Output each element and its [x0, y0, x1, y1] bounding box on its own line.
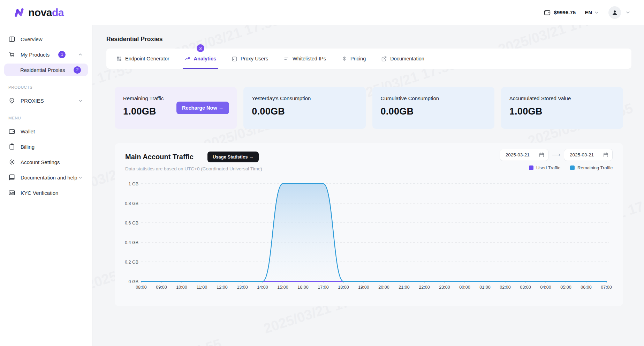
sidebar-section-menu: MENU — [8, 116, 92, 120]
clipboard-icon — [8, 143, 15, 150]
sidebar-item-kyc-verification[interactable]: KYC Verification — [4, 186, 88, 199]
legend-label: Remaining Traffic — [577, 165, 613, 170]
cart-icon — [8, 51, 15, 58]
svg-text:17:00: 17:00 — [318, 285, 328, 290]
list-icon — [283, 56, 289, 62]
card-cumulative-consumption: Cumulative Consumption 0.00GB — [372, 87, 494, 129]
sidebar-item-label: Account Settings — [21, 159, 60, 165]
wallet-icon — [544, 9, 551, 16]
language-selector[interactable]: EN — [585, 9, 599, 15]
card-title: Remaining Traffic — [123, 95, 228, 101]
calendar-icon — [232, 56, 237, 62]
brand-logo-icon — [13, 7, 25, 19]
tab-documentation[interactable]: Documentation — [381, 49, 424, 69]
svg-text:09:00: 09:00 — [156, 285, 167, 290]
svg-text:07:00: 07:00 — [601, 285, 612, 290]
svg-text:16:00: 16:00 — [297, 285, 308, 290]
date-to-input[interactable]: 2025-03-21 — [564, 149, 613, 161]
tab-proxy-users[interactable]: Proxy Users — [232, 49, 268, 69]
book-icon — [8, 174, 15, 181]
brand-logo[interactable]: novada — [13, 7, 64, 19]
analytics-badge: 3 — [197, 44, 204, 52]
svg-text:06:00: 06:00 — [581, 285, 591, 290]
date-from-input[interactable]: 2025-03-21 — [500, 149, 548, 161]
avatar[interactable] — [608, 6, 621, 19]
external-link-icon — [381, 56, 387, 62]
card-title: Cumulative Consumption — [381, 95, 486, 101]
svg-text:08:00: 08:00 — [136, 285, 146, 290]
chevron-up-icon[interactable] — [78, 52, 83, 57]
balance-amount: $9996.75 — [554, 9, 576, 15]
chevron-down-icon[interactable] — [625, 10, 631, 15]
stat-cards-row: Remaining Traffic 1.00GB Recharge Now → … — [115, 87, 623, 129]
svg-text:14:00: 14:00 — [257, 285, 268, 290]
sidebar-item-label: Documentation and help — [21, 175, 77, 181]
remaining-traffic-swatch — [570, 165, 575, 170]
traffic-chart[interactable]: 1 GB0.8 GB0.6 GB0.4 GB0.2 GB0 GB08:0009:… — [124, 178, 613, 293]
wallet-balance[interactable]: $9996.75 — [544, 9, 576, 16]
sidebar-item-label: Residential Proxies — [20, 67, 65, 73]
chart-title: Main Account Traffic — [125, 153, 194, 161]
tab-analytics[interactable]: 3 Analytics — [185, 49, 216, 69]
sidebar-item-residential-proxies[interactable]: Residential Proxies 2 — [4, 64, 88, 76]
card-title: Yesterday's Consumption — [252, 95, 357, 101]
chevron-down-icon[interactable] — [78, 98, 83, 103]
svg-text:04:00: 04:00 — [540, 285, 551, 290]
usage-statistics-button[interactable]: Usage Statistics → — [207, 152, 259, 162]
chevron-down-icon — [594, 10, 599, 15]
recharge-now-button[interactable]: Recharge Now → — [176, 102, 229, 114]
svg-text:01:00: 01:00 — [479, 285, 490, 290]
grid-icon — [116, 56, 122, 62]
svg-text:0 GB: 0 GB — [129, 279, 139, 284]
svg-text:1 GB: 1 GB — [129, 182, 139, 186]
svg-text:19:00: 19:00 — [358, 285, 369, 290]
dollar-icon — [341, 56, 347, 62]
card-remaining-traffic: Remaining Traffic 1.00GB Recharge Now → — [115, 87, 237, 129]
chart-subtitle: Data statistics are based on UTC+0 (Coor… — [125, 166, 262, 171]
legend-remaining-traffic: Remaining Traffic — [570, 165, 613, 170]
sidebar: Overview My Products 1 Residential Proxi… — [0, 25, 92, 346]
sidebar-item-wallet[interactable]: Wallet — [4, 125, 88, 138]
sidebar-item-documentation-help[interactable]: Documentation and help — [4, 171, 88, 184]
svg-text:0.6 GB: 0.6 GB — [125, 221, 138, 226]
brand-name: novada — [28, 7, 64, 19]
traffic-panel: Main Account Traffic Usage Statistics → … — [115, 143, 623, 306]
app-root: 2025/03/21 17:552025/03/21 17:552025/03/… — [0, 0, 644, 346]
sidebar-item-label: My Products — [21, 52, 50, 58]
card-value: 1.00GB — [509, 106, 615, 117]
date-from-value: 2025-03-21 — [506, 152, 530, 157]
tab-endpoint-generator[interactable]: Endpoint Generator — [116, 49, 169, 69]
tab-whitelisted-ips[interactable]: Whitelisted IPs — [283, 49, 326, 69]
sidebar-item-proxies[interactable]: PROXIES — [4, 94, 88, 107]
page-title: Residential Proxies — [106, 36, 631, 43]
calendar-icon — [603, 152, 609, 158]
tab-pricing[interactable]: Pricing — [341, 49, 366, 69]
chevron-down-icon[interactable] — [78, 175, 83, 180]
card-accumulated-stored-value: Accumulated Stored Value 1.00GB — [501, 87, 623, 129]
svg-text:20:00: 20:00 — [378, 285, 389, 290]
arrow-right-icon: ⟶ — [552, 151, 560, 159]
sidebar-item-my-products[interactable]: My Products 1 — [4, 48, 88, 61]
date-to-value: 2025-03-21 — [570, 152, 594, 157]
tab-label: Whitelisted IPs — [293, 56, 326, 61]
sidebar-item-account-settings[interactable]: Account Settings — [4, 156, 88, 168]
sidebar-item-label: PROXIES — [21, 98, 44, 104]
svg-text:03:00: 03:00 — [520, 285, 531, 290]
svg-text:23:00: 23:00 — [439, 285, 450, 290]
active-tab-underline — [183, 68, 218, 69]
sidebar-item-label: Overview — [21, 36, 43, 42]
sidebar-section-products: PRODUCTS — [8, 85, 92, 89]
chart-legend: Used Traffic Remaining Traffic — [529, 165, 613, 170]
user-menu[interactable] — [608, 6, 631, 19]
sidebar-item-label: Wallet — [21, 128, 35, 134]
sidebar-item-overview[interactable]: Overview — [4, 33, 88, 45]
tab-label: Proxy Users — [241, 56, 268, 61]
card-yesterdays-consumption: Yesterday's Consumption 0.00GB — [243, 87, 365, 129]
svg-text:0.4 GB: 0.4 GB — [125, 240, 138, 245]
svg-text:21:00: 21:00 — [399, 285, 409, 290]
svg-text:0.2 GB: 0.2 GB — [125, 260, 138, 265]
svg-text:18:00: 18:00 — [338, 285, 349, 290]
sidebar-item-label: KYC Verification — [21, 190, 58, 196]
sidebar-item-billing[interactable]: Billing — [4, 140, 88, 153]
calendar-icon — [539, 152, 545, 158]
